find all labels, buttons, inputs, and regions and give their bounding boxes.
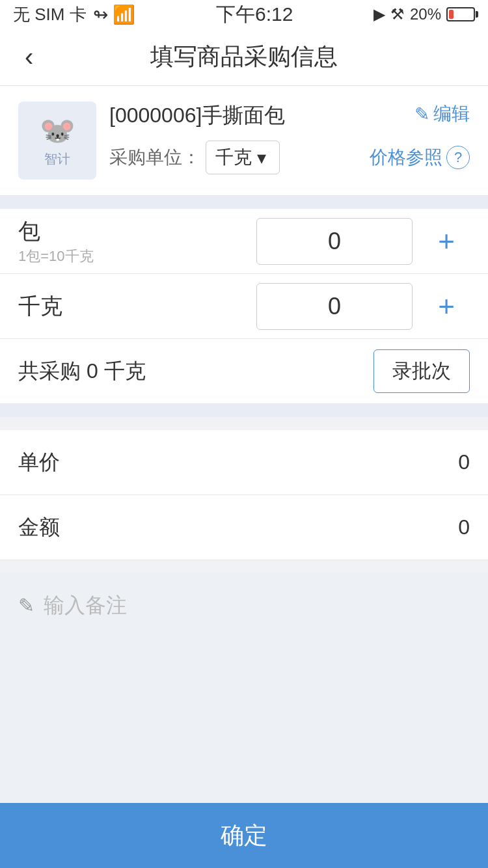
price-section: 单价 0 金额 0 (0, 430, 488, 560)
bag-label: 包 (18, 217, 109, 247)
summary-text: 共采购 0 千克 (18, 357, 146, 386)
bag-input[interactable]: 0 (256, 218, 413, 265)
kg-label: 千克 (18, 292, 109, 321)
product-info: [0000006]手撕面包 ✎ 编辑 采购单位： 千克 ▾ 价格参照 ? (109, 102, 470, 174)
batch-button[interactable]: 录批次 (373, 349, 470, 393)
unit-price-value: 0 (458, 450, 470, 474)
price-ref-label: 价格参照 (370, 145, 442, 170)
pencil-icon: ✎ (18, 594, 34, 617)
section-divider-1 (0, 196, 488, 209)
product-thumb-label: 智计 (44, 150, 70, 168)
product-name: [0000006]手撕面包 (109, 102, 285, 130)
unit-price-row: 单价 0 (0, 430, 488, 495)
status-left: 无 SIM 卡 ↬ 📶 (13, 3, 135, 26)
confirm-button[interactable]: 确定 (221, 820, 267, 852)
price-ref-button[interactable]: 价格参照 ? (370, 145, 470, 170)
product-header: [0000006]手撕面包 ✎ 编辑 (109, 102, 470, 130)
back-button[interactable]: ‹ (18, 36, 40, 78)
product-full-name: 手撕面包 (202, 103, 285, 127)
bag-input-wrap: 0 + (109, 218, 470, 265)
help-icon: ? (446, 146, 470, 169)
battery-percent: 20% (410, 5, 441, 23)
unit-select[interactable]: 千克 ▾ (206, 141, 280, 174)
summary-row: 共采购 0 千克 录批次 (0, 339, 488, 404)
kg-label-wrap: 千克 (18, 292, 109, 321)
product-unit-row: 采购单位： 千克 ▾ 价格参照 ? (109, 141, 470, 174)
status-right: ▶ ⚒ 20% (373, 5, 475, 23)
product-id: [0000006] (109, 103, 202, 127)
kg-value: 0 (328, 293, 341, 320)
amount-row: 金额 0 (0, 495, 488, 560)
amount-value: 0 (458, 515, 470, 539)
bag-label-wrap: 包 1包=10千克 (18, 217, 109, 266)
status-bar: 无 SIM 卡 ↬ 📶 下午6:12 ▶ ⚒ 20% (0, 0, 488, 29)
location-icon: ▶ (373, 5, 385, 23)
carrier-label: 无 SIM 卡 (13, 3, 87, 26)
kg-plus-button[interactable]: + (423, 283, 470, 330)
wifi-icon: ↬ 📶 (93, 4, 136, 25)
kg-input[interactable]: 0 (256, 283, 413, 330)
unit-label: 采购单位： (109, 145, 200, 170)
unit-price-label: 单价 (18, 448, 60, 477)
product-owl-icon: 🐭 (40, 114, 75, 148)
product-thumbnail: 🐭 智计 (18, 102, 96, 180)
product-card: 🐭 智计 [0000006]手撕面包 ✎ 编辑 采购单位： 千克 ▾ 价格参照 (0, 86, 488, 196)
edit-label: 编辑 (433, 102, 470, 126)
edit-icon: ✎ (414, 103, 429, 125)
nav-bar: ‹ 填写商品采购信息 (0, 29, 488, 86)
bag-sub-label: 1包=10千克 (18, 247, 109, 266)
note-section[interactable]: ✎ 输入备注 (0, 573, 488, 834)
kg-input-row: 千克 0 + (0, 274, 488, 339)
page-title: 填写商品采购信息 (150, 41, 338, 73)
clock: 下午6:12 (216, 1, 293, 28)
bag-value: 0 (328, 228, 341, 255)
alarm-icon: ⚒ (390, 5, 405, 23)
section-divider-2 (0, 404, 488, 417)
edit-button[interactable]: ✎ 编辑 (414, 102, 470, 126)
unit-value: 千克 (215, 145, 252, 170)
note-placeholder: 输入备注 (44, 591, 127, 620)
dropdown-arrow: ▾ (257, 147, 266, 169)
bag-input-row: 包 1包=10千克 0 + (0, 209, 488, 274)
amount-label: 金额 (18, 513, 60, 542)
bag-plus-button[interactable]: + (423, 218, 470, 265)
battery-icon (446, 7, 475, 21)
kg-input-wrap: 0 + (109, 283, 470, 330)
input-section: 包 1包=10千克 0 + 千克 0 + 共采购 0 千克 录批次 (0, 209, 488, 404)
confirm-bar[interactable]: 确定 (0, 803, 488, 868)
